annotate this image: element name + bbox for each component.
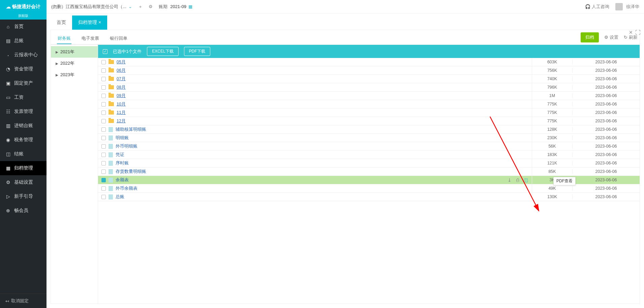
- row-checkbox[interactable]: [101, 102, 106, 106]
- row-checkbox[interactable]: [101, 68, 106, 73]
- settings-link[interactable]: ⚙设置: [604, 34, 618, 40]
- sub-tab-0[interactable]: 财务账: [57, 33, 71, 44]
- file-name[interactable]: 05月: [117, 59, 126, 65]
- table-row[interactable]: 12月775K2023-06-06: [98, 117, 640, 125]
- row-checkbox[interactable]: [101, 94, 106, 98]
- file-name[interactable]: 外币明细账: [116, 144, 137, 149]
- nav-item-3[interactable]: ◔资金管理: [0, 62, 47, 76]
- download-excel-icon[interactable]: ⤓: [507, 177, 512, 183]
- row-checkbox[interactable]: [101, 85, 106, 90]
- file-icon: [109, 194, 113, 199]
- folder-icon: [109, 60, 114, 64]
- nav-item-8[interactable]: ◉税务管理: [0, 133, 47, 147]
- file-date: 2023-06-06: [572, 169, 640, 174]
- table-row[interactable]: 序时账121K2023-06-06: [98, 159, 640, 167]
- nav-label: 结账: [14, 151, 24, 157]
- nav-item-13[interactable]: ⊕畅会员: [0, 204, 47, 218]
- logo[interactable]: ☁ 畅捷通好会计: [0, 0, 47, 13]
- row-checkbox[interactable]: [101, 195, 106, 199]
- table-row[interactable]: 05月603K2023-06-06: [98, 58, 640, 66]
- file-name[interactable]: 06月: [117, 68, 126, 73]
- file-name[interactable]: 总账: [116, 194, 124, 200]
- period-value[interactable]: 2021-09: [170, 4, 186, 9]
- row-checkbox[interactable]: [101, 119, 106, 123]
- table-row[interactable]: 明细账230K2023-06-06: [98, 134, 640, 142]
- row-checkbox[interactable]: [101, 111, 106, 115]
- table-row[interactable]: 11月775K2023-06-06: [98, 109, 640, 117]
- nav-item-9[interactable]: ◫结账: [0, 147, 47, 161]
- row-checkbox[interactable]: [101, 178, 106, 182]
- table-row[interactable]: 存货数量明细账85K2023-06-06: [98, 167, 640, 176]
- table-row[interactable]: 外币余额表49K2023-06-06: [98, 184, 640, 193]
- gear-icon[interactable]: ⚙: [149, 4, 153, 9]
- nav-item-5[interactable]: ▭工资: [0, 90, 47, 104]
- nav-item-0[interactable]: ⌂首页: [0, 20, 47, 34]
- row-checkbox[interactable]: [101, 127, 106, 132]
- table-row[interactable]: 06月756K2023-06-06: [98, 66, 640, 75]
- nav-label: 资金管理: [14, 66, 33, 72]
- file-name[interactable]: 序时账: [116, 160, 129, 166]
- table-row[interactable]: 07月740K2023-06-06: [98, 75, 640, 83]
- row-checkbox[interactable]: [101, 153, 106, 157]
- year-item-2[interactable]: ▶2023年: [51, 69, 98, 81]
- row-checkbox[interactable]: [101, 136, 106, 140]
- file-name[interactable]: 08月: [117, 85, 126, 90]
- chevron-down-icon[interactable]: ⌄: [128, 4, 132, 9]
- file-date: 2023-06-06: [572, 152, 640, 157]
- table-row[interactable]: 09月1M2023-06-06: [98, 92, 640, 100]
- download-pdf-icon[interactable]: ⎙: [515, 177, 520, 183]
- folder-icon: [109, 111, 114, 115]
- nav-item-6[interactable]: ☷发票管理: [0, 104, 47, 119]
- nav-item-11[interactable]: ⚙基础设置: [0, 175, 47, 189]
- add-icon[interactable]: ＋: [138, 4, 143, 10]
- view-pdf-icon[interactable]: ◫: [523, 177, 528, 183]
- table-row[interactable]: 总账130K2023-06-06: [98, 193, 640, 201]
- file-name[interactable]: 明细账: [116, 135, 129, 141]
- archive-button[interactable]: 归档: [581, 32, 599, 42]
- nav-item-10[interactable]: ▦归档管理: [0, 161, 47, 175]
- nav-item-4[interactable]: ▣固定资产: [0, 76, 47, 90]
- file-name[interactable]: 外币余额表: [116, 186, 137, 191]
- org-selector[interactable]: (勿删）江西服宝精品有限责任公司（...: [51, 4, 126, 10]
- file-name[interactable]: 10月: [117, 101, 126, 107]
- file-name[interactable]: 09月: [117, 93, 126, 99]
- row-checkbox[interactable]: [101, 161, 106, 165]
- calendar-icon[interactable]: ▦: [188, 4, 192, 9]
- table-row[interactable]: 辅助核算明细账128K2023-06-06: [98, 125, 640, 134]
- user-menu[interactable]: 徐泽华: [615, 3, 639, 10]
- file-name[interactable]: 存货数量明细账: [116, 169, 146, 175]
- selection-bar: ✓ 已选中1个文件 EXCEL下载 PDF下载: [98, 45, 640, 58]
- download-pdf-button[interactable]: PDF下载: [184, 47, 210, 56]
- fullscreen-icon[interactable]: ⛶: [635, 30, 641, 36]
- table-row[interactable]: 10月775K2023-06-06: [98, 100, 640, 109]
- nav-item-7[interactable]: ▥进销台账: [0, 119, 47, 133]
- sub-tab-1[interactable]: 电子发票: [81, 33, 100, 44]
- unpin-button[interactable]: ↤ 取消固定: [0, 294, 47, 308]
- year-item-1[interactable]: ▶2022年: [51, 58, 98, 69]
- file-name[interactable]: 12月: [117, 118, 126, 124]
- row-checkbox[interactable]: [101, 60, 106, 64]
- file-name[interactable]: 11月: [117, 110, 126, 116]
- nav-item-1[interactable]: ▤总账: [0, 34, 47, 48]
- close-tab-icon[interactable]: ×: [629, 29, 633, 36]
- file-name[interactable]: 凭证: [116, 152, 124, 158]
- file-name[interactable]: 余额表: [116, 177, 129, 183]
- file-name[interactable]: 07月: [117, 76, 126, 82]
- consult-link[interactable]: 🎧 人工咨询: [585, 4, 609, 10]
- main-tab-1[interactable]: 归档管理 ×: [72, 16, 107, 30]
- row-checkbox[interactable]: [101, 170, 106, 174]
- row-checkbox[interactable]: [101, 77, 106, 81]
- table-row[interactable]: 凭证183K2023-06-06: [98, 151, 640, 159]
- nav-item-2[interactable]: ⬪云报表中心: [0, 48, 47, 62]
- sub-tab-2[interactable]: 银行回单: [109, 33, 128, 44]
- table-row[interactable]: 08月796K2023-06-06: [98, 83, 640, 92]
- row-checkbox[interactable]: [101, 186, 106, 191]
- row-checkbox[interactable]: [101, 144, 106, 149]
- select-all-checkbox[interactable]: ✓: [103, 49, 108, 54]
- year-item-0[interactable]: ▶2021年: [51, 46, 98, 58]
- nav-item-12[interactable]: ▷新手引导: [0, 189, 47, 204]
- download-excel-button[interactable]: EXCEL下载: [147, 47, 178, 56]
- main-tab-0[interactable]: 首页: [51, 16, 72, 30]
- table-row[interactable]: 外币明细账56K2023-06-06: [98, 142, 640, 151]
- file-name[interactable]: 辅助核算明细账: [116, 127, 146, 132]
